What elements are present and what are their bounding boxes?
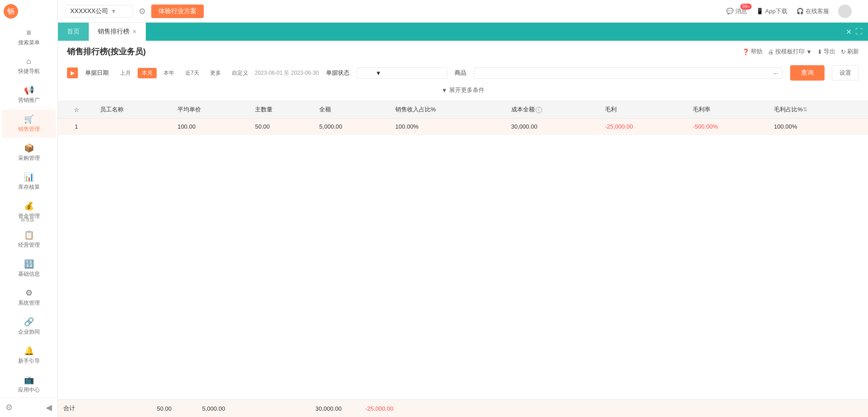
trial-button[interactable]: 体验行业方案: [151, 5, 204, 18]
table-body: 1 100.00 50.00 5,000.00 100.00% 30,000.0…: [58, 119, 868, 135]
search-order-label: 搜索菜单: [18, 39, 40, 47]
sidebar-nav: ≡搜索菜单⌂快捷导航📢营销推广🛒销售管理📦采购管理📊库存核算💰资金管理📋经营管理…: [0, 23, 58, 398]
this-month-btn[interactable]: 本月: [138, 68, 157, 78]
app-download-button[interactable]: 📱 App下载: [756, 7, 787, 15]
custom-date-btn[interactable]: 自定义: [228, 68, 252, 78]
topbar-gear-icon[interactable]: ⚙: [139, 6, 146, 16]
footer-label: 合计: [63, 404, 98, 412]
operation-label: 经营管理: [18, 241, 40, 249]
expand-icon: ▼: [441, 87, 447, 94]
collapse-icon[interactable]: ◀: [46, 403, 52, 412]
table-area: ☆ 员工名称 平均单价 主数量 全额 销售收入占比% 成本全额i 毛利 毛利率: [58, 101, 868, 399]
message-button[interactable]: 💬 消息 99+: [726, 7, 747, 15]
col-profit-rate: 毛利率: [687, 101, 768, 119]
company-selector[interactable]: XXXXXX公司 ▼: [65, 5, 133, 18]
page-actions: ❓ 帮助 🖨 按模板打印 ▼ ⬇ 导出 ↻ 刷新: [742, 48, 859, 56]
sidebar-item-search-order[interactable]: ≡搜索菜单: [2, 24, 56, 51]
status-filter-label: 单据状态: [326, 69, 350, 77]
date-range-text: 2023-06-01 至 2023-06-30: [255, 69, 319, 77]
page-header: 销售排行榜(按业务员) ❓ 帮助 🖨 按模板打印 ▼ ⬇ 导出 ↻ 刷新: [58, 41, 868, 61]
status-select[interactable]: ▼: [357, 67, 447, 79]
apps-icon: 📺: [24, 375, 34, 385]
settings-icon[interactable]: ⚙: [5, 403, 13, 412]
more-date-btn[interactable]: 更多: [206, 68, 225, 78]
sidebar-item-guide[interactable]: 🔔新手引导: [2, 341, 56, 369]
sidebar-item-operation[interactable]: 📋经营管理: [2, 225, 56, 254]
app-label: App下载: [765, 7, 787, 15]
enterprise-icon: 🔗: [24, 317, 34, 327]
query-button[interactable]: 查询: [790, 65, 825, 81]
col-cost: 成本全额i: [506, 101, 599, 119]
settings-button[interactable]: 设置: [832, 65, 859, 81]
cell-avg-price: 100.00: [172, 119, 249, 135]
table-footer: 合计 50.00 5,000.00 30,000.00 -25,000.00: [58, 399, 868, 417]
company-name: XXXXXX公司: [70, 7, 108, 15]
export-button[interactable]: ⬇ 导出: [817, 48, 835, 56]
expand-filter-button[interactable]: ▶: [67, 67, 78, 78]
user-avatar[interactable]: [838, 5, 852, 18]
sales-rank-tab-label: 销售排行榜: [98, 28, 129, 36]
cell-cost: 30,000.00: [506, 119, 599, 135]
purchase-label: 采购管理: [18, 154, 40, 162]
system-icon: ⚙: [25, 288, 33, 298]
cell-sales-pct: 100.00%: [390, 119, 506, 135]
sidebar-item-inventory[interactable]: 📊库存核算: [2, 168, 56, 196]
sidebar-item-enterprise[interactable]: 🔗企业协同: [2, 312, 56, 340]
last-month-btn[interactable]: 上月: [116, 68, 135, 78]
cell-profit-rate: -500.00%: [687, 119, 768, 135]
sidebar-item-quick-nav[interactable]: ⌂快捷导航: [2, 52, 56, 80]
filter-row-1: ▶ 单据日期 上月 本月 本年 近7天 更多 自定义 2023-06-01 至 …: [67, 65, 859, 81]
col-sales-pct: 销售收入占比%: [390, 101, 506, 119]
finance-label: 资金管理: [18, 212, 40, 220]
tab-home[interactable]: 首页: [58, 23, 89, 41]
filter-area: ▶ 单据日期 上月 本月 本年 近7天 更多 自定义 2023-06-01 至 …: [58, 61, 868, 101]
cell-name: [95, 119, 172, 135]
apps-label: 应用中心: [18, 386, 40, 394]
service-icon: 🎧: [796, 8, 804, 14]
tabbar: 首页 销售排行榜 ✕ ✕ ⛶: [58, 23, 868, 41]
tab-sales-rank[interactable]: 销售排行榜 ✕: [89, 23, 146, 41]
goods-more-icon: ···: [773, 70, 778, 77]
tab-close-all-icon[interactable]: ✕: [846, 28, 852, 36]
sidebar-item-sales[interactable]: 🛒销售管理: [2, 110, 56, 138]
finance-icon: 💰: [24, 201, 34, 211]
sidebar-item-apps[interactable]: 📺应用中心: [2, 370, 56, 398]
sidebar-item-purchase[interactable]: 📦采购管理: [2, 139, 56, 167]
system-label: 系统管理: [18, 299, 40, 307]
help-label: 帮助: [751, 48, 762, 56]
cell-qty: 50.00: [249, 119, 314, 135]
cell-profit: -25,000.00: [599, 119, 687, 135]
col-profit: 毛利: [599, 101, 687, 119]
last-7-days-btn[interactable]: 近7天: [181, 68, 203, 78]
sidebar-item-marketing[interactable]: 📢营销推广: [2, 81, 56, 109]
sort-icon[interactable]: ⇅: [803, 106, 807, 113]
help-button[interactable]: ❓ 帮助: [742, 48, 762, 56]
print-dropdown-icon: ▼: [806, 48, 812, 55]
table-row: 1 100.00 50.00 5,000.00 100.00% 30,000.0…: [58, 119, 868, 135]
footer-cost: 30,000.00: [316, 405, 365, 412]
footer-profit: -25,000.00: [365, 405, 415, 412]
inventory-icon: 📊: [24, 172, 34, 182]
print-icon: 🖨: [768, 48, 774, 55]
cost-info-icon[interactable]: i: [536, 107, 542, 113]
footer-qty: 50.00: [157, 405, 202, 412]
online-service-button[interactable]: 🎧 在线客服: [796, 7, 829, 15]
refresh-button[interactable]: ↻ 刷新: [841, 48, 859, 56]
sidebar-item-basic[interactable]: 🔢基础信息: [2, 254, 56, 283]
basic-icon: 🔢: [24, 259, 34, 269]
status-select-arrow: ▼: [375, 70, 381, 77]
topbar-right: 💬 消息 99+ 📱 App下载 🎧 在线客服: [726, 5, 861, 18]
message-icon: 💬: [726, 8, 734, 14]
date-filter-label: 单据日期: [85, 69, 109, 77]
expand-conditions-btn[interactable]: ▼ 展开更多条件: [67, 84, 859, 96]
this-year-btn[interactable]: 本年: [159, 68, 178, 78]
sidebar-item-system[interactable]: ⚙系统管理: [2, 283, 56, 312]
sidebar-item-finance[interactable]: 💰资金管理: [2, 197, 56, 225]
tab-close-icon[interactable]: ✕: [132, 29, 137, 35]
service-label: 在线客服: [806, 7, 829, 15]
goods-input[interactable]: ···: [474, 67, 783, 79]
tab-fullscreen-icon[interactable]: ⛶: [855, 28, 863, 36]
tabbar-actions: ✕ ⛶: [846, 28, 868, 36]
print-button[interactable]: 🖨 按模板打印 ▼: [768, 48, 812, 56]
guide-icon: 🔔: [24, 346, 34, 356]
